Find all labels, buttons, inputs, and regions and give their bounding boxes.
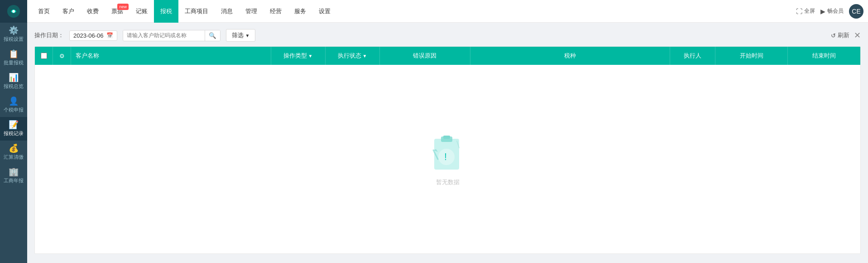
th-exec-status[interactable]: 执行状态 ▼ bbox=[326, 47, 380, 65]
sidebar-item-label: 报税总览 bbox=[4, 83, 24, 90]
nav-items: 首页 客户 收费 票据 new 记账 报税 工商项目 消息 bbox=[32, 0, 796, 23]
sidebar-item-piliangshuishui[interactable]: 📋 批量报税 bbox=[0, 46, 27, 70]
table-header: ⚙ 客户名称 操作类型 ▼ 执行状态 ▼ 错误原因 税种 bbox=[35, 47, 860, 65]
sidebar-item-label: 个税申报 bbox=[4, 107, 24, 113]
filter-chevron-icon: ▼ bbox=[245, 33, 250, 38]
geshui-icon: 👤 bbox=[9, 97, 19, 105]
svg-point-1 bbox=[12, 10, 15, 13]
date-label: 操作日期： bbox=[34, 31, 64, 39]
nav-item-jizhang[interactable]: 记账 bbox=[129, 0, 154, 23]
toolbar-right: ↺ 刷新 ✕ bbox=[831, 31, 861, 39]
filter-button[interactable]: 筛选 ▼ bbox=[226, 29, 256, 42]
svg-rect-4 bbox=[443, 136, 450, 139]
sidebar-item-label: 报税设置 bbox=[4, 36, 24, 43]
th-start-time: 开始时间 bbox=[715, 47, 788, 65]
content-area: 操作日期： 2023-06-06 📅 🔍 筛选 ▼ ↺ 刷新 ✕ bbox=[27, 23, 868, 263]
user-avatar[interactable]: CE bbox=[849, 4, 863, 19]
huisuan-icon: 💰 bbox=[9, 144, 19, 152]
sidebar-item-baoshuizonglan[interactable]: 📊 报税总览 bbox=[0, 70, 27, 93]
sidebar-item-huisuanqingshu[interactable]: 💰 汇算清缴 bbox=[0, 141, 27, 164]
zonglan-icon: 📊 bbox=[9, 73, 19, 82]
sidebar-logo bbox=[0, 0, 27, 23]
search-box: 🔍 bbox=[123, 30, 221, 41]
piliang-icon: 📋 bbox=[9, 50, 19, 58]
topnav-right: ⛶ 全屏 ▶ 畅会员 CE bbox=[796, 4, 863, 19]
sidebar-item-label: 报税记录 bbox=[4, 130, 24, 137]
nav-item-shoufei[interactable]: 收费 bbox=[81, 0, 105, 23]
sidebar-item-label: 工商年报 bbox=[4, 177, 24, 184]
nav-item-gongshangxiangmu[interactable]: 工商项目 bbox=[178, 0, 215, 23]
refresh-icon: ↺ bbox=[831, 32, 836, 39]
filter-label: 筛选 bbox=[232, 31, 244, 39]
sidebar-item-baoshuishezhi[interactable]: ⚙️ 报税设置 bbox=[0, 23, 27, 46]
search-icon: 🔍 bbox=[209, 32, 216, 39]
date-value: 2023-06-06 bbox=[73, 32, 104, 39]
th-op-type[interactable]: 操作类型 ▼ bbox=[271, 47, 326, 65]
fullscreen-icon: ⛶ bbox=[796, 8, 802, 15]
svg-text:!: ! bbox=[444, 151, 447, 162]
nav-item-baoshui[interactable]: 报税 bbox=[154, 0, 178, 23]
nav-item-kehu[interactable]: 客户 bbox=[56, 0, 81, 23]
calendar-icon: 📅 bbox=[106, 32, 113, 39]
baoshuishezhi-icon: ⚙️ bbox=[9, 26, 19, 34]
nav-item-guanli[interactable]: 管理 bbox=[239, 0, 264, 23]
member-button[interactable]: ▶ 畅会员 bbox=[820, 7, 844, 15]
date-input[interactable]: 2023-06-06 📅 bbox=[69, 30, 117, 41]
nav-item-shezhi[interactable]: 设置 bbox=[312, 0, 337, 23]
select-all-checkbox[interactable] bbox=[41, 53, 47, 59]
empty-text: 暂无数据 bbox=[436, 178, 460, 186]
nav-item-fuwu[interactable]: 服务 bbox=[288, 0, 312, 23]
jilu-icon: 📝 bbox=[9, 121, 19, 129]
th-checkbox[interactable] bbox=[35, 47, 53, 65]
fullscreen-button[interactable]: ⛶ 全屏 bbox=[796, 7, 815, 15]
th-tax-type: 税种 bbox=[470, 47, 671, 65]
close-button[interactable]: ✕ bbox=[854, 31, 861, 39]
nav-item-jingying[interactable]: 经营 bbox=[264, 0, 288, 23]
empty-state: ! 暂无数据 bbox=[430, 132, 466, 186]
th-end-time: 结束时间 bbox=[788, 47, 860, 65]
th-error-reason: 错误原因 bbox=[380, 47, 470, 65]
nav-item-piaoju[interactable]: 票据 new bbox=[105, 0, 129, 23]
sidebar-item-label: 批量报税 bbox=[4, 59, 24, 66]
data-table: ⚙ 客户名称 操作类型 ▼ 执行状态 ▼ 错误原因 税种 bbox=[34, 46, 861, 254]
sidebar-item-geshuishenbao[interactable]: 👤 个税申报 bbox=[0, 93, 27, 117]
member-icon: ▶ bbox=[820, 8, 825, 15]
search-button[interactable]: 🔍 bbox=[205, 30, 220, 41]
optype-sort-icon: ▼ bbox=[308, 54, 313, 58]
refresh-button[interactable]: ↺ 刷新 bbox=[831, 31, 849, 39]
sidebar-item-baoshuijilu[interactable]: 📝 报税记录 bbox=[0, 117, 27, 141]
nav-item-shouye[interactable]: 首页 bbox=[32, 0, 56, 23]
sidebar: ⚙️ 报税设置 📋 批量报税 📊 报税总览 👤 个税申报 📝 报税记录 💰 汇算… bbox=[0, 0, 27, 263]
search-input[interactable] bbox=[123, 30, 205, 40]
sidebar-item-gongshangnianba[interactable]: 🏢 工商年报 bbox=[0, 164, 27, 188]
empty-illustration: ! bbox=[430, 132, 466, 173]
main-area: 首页 客户 收费 票据 new 记账 报税 工商项目 消息 bbox=[27, 0, 868, 263]
status-sort-icon: ▼ bbox=[363, 54, 367, 58]
top-navigation: 首页 客户 收费 票据 new 记账 报税 工商项目 消息 bbox=[27, 0, 868, 23]
gongshang-icon: 🏢 bbox=[9, 168, 19, 176]
th-client-name: 客户名称 bbox=[71, 47, 271, 65]
nav-item-xiaoxi[interactable]: 消息 bbox=[215, 0, 239, 23]
th-executor: 执行人 bbox=[670, 47, 715, 65]
th-gear[interactable]: ⚙ bbox=[53, 47, 71, 65]
sidebar-item-label: 汇算清缴 bbox=[4, 154, 24, 161]
gear-icon: ⚙ bbox=[59, 53, 65, 59]
piaoju-badge: new bbox=[117, 4, 129, 10]
toolbar: 操作日期： 2023-06-06 📅 🔍 筛选 ▼ ↺ 刷新 ✕ bbox=[34, 29, 861, 42]
table-body: ! 暂无数据 bbox=[35, 65, 860, 253]
